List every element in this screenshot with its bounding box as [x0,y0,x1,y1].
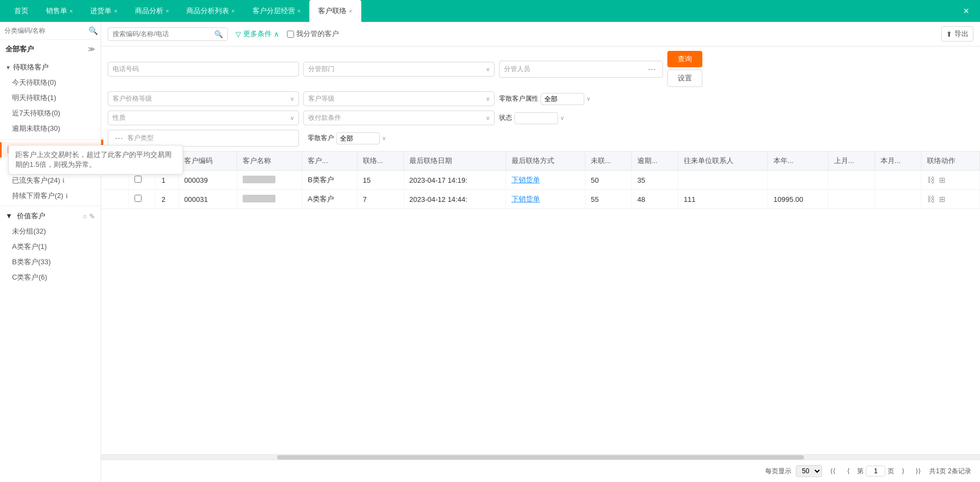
nav-customer-layer-close[interactable]: × [297,8,301,14]
customer-level-filter[interactable]: 客户等级 ∨ [303,91,495,106]
page-end-label: 页 [888,467,894,476]
horizontal-scroll-thumb[interactable] [277,455,805,460]
sidebar: 🔍 全部客户 ≫ ▼ 待联络客户 今天待联络(0) 明天待联络(1) 近7天待联… [0,22,101,482]
row2-check[interactable] [134,195,142,202]
sidebar-collapse-icon[interactable]: ≫ [88,45,95,53]
col-level: 客户... [302,152,357,171]
manager-more-icon[interactable]: ··· [645,63,658,75]
nav-customer-contact[interactable]: 客户联络 × [309,0,361,22]
window-close-button[interactable]: × [958,5,975,17]
row1-overdue: 35 [631,171,678,190]
row1-action-icons: ⛓ ⊞ [927,176,974,184]
row1-link-icon[interactable]: ⛓ [927,176,935,184]
nav-product-list-label: 商品分析列表 [186,6,229,16]
search-input[interactable] [113,30,212,38]
sidebar-search-icon[interactable]: 🔍 [89,26,98,35]
page-prev-btn[interactable]: ⟨ [842,464,855,478]
nav-product-list-close[interactable]: × [231,8,234,14]
col-last-contact-method: 最后联络方式 [506,152,585,171]
sidebar-item-overdue[interactable]: 逾期未联络(30) [0,121,101,136]
search-icon[interactable]: 🔍 [214,30,223,38]
row1-check[interactable] [134,176,142,183]
row2-last-method[interactable]: 下销货单 [506,190,585,209]
sidebar-item-today[interactable]: 今天待联络(0) [0,75,101,90]
table-row: 1 000039 B类客户 15 [101,171,980,190]
export-button[interactable]: ⬆ 导出 [941,26,973,42]
query-button[interactable]: 查询 [667,51,702,67]
dept-arrow-icon: ∨ [486,66,490,72]
nav-purchase-close[interactable]: × [114,8,117,14]
nav-sales[interactable]: 销售单 × [37,0,81,22]
row2-name-blurred [243,195,275,202]
nav-customer-contact-close[interactable]: × [349,8,352,14]
col-this-year: 本年... [768,152,828,171]
payment-arrow-icon: ∨ [486,115,490,121]
status-select[interactable] [514,112,558,124]
horizontal-scroll-track[interactable] [101,454,980,460]
row2-link-icon[interactable]: ⛓ [927,195,935,204]
row2-this-month [875,190,921,209]
phone-filter[interactable]: 电话号码 [108,62,299,77]
more-conditions-btn[interactable]: ▽ 更多条件 ∧ [232,29,283,39]
gender-filter[interactable]: 性质 ∨ [108,111,299,125]
retail-customer-select[interactable]: 全部 [336,132,380,144]
row2-contact-icon[interactable]: ⊞ [939,195,946,204]
sidebar-item-7days[interactable]: 近7天待联络(0) [0,106,101,121]
page-next-btn[interactable]: ⟩ [896,464,909,478]
search-wrap: 🔍 [108,27,228,41]
page-first-btn[interactable]: ⟨⟨ [826,464,840,478]
sidebar-all-customers-header[interactable]: 全部客户 ≫ [0,40,101,59]
filter-bar-top: 🔍 ▽ 更多条件 ∧ 我分管的客户 ⬆ 导出 [101,22,980,47]
sidebar-item-unclassified[interactable]: 未分组(32) [0,224,101,239]
sidebar-pending-group-header[interactable]: ▼ 待联络客户 [0,60,101,75]
col-this-month: 本月... [875,152,921,171]
nav-product-analysis-close[interactable]: × [166,8,169,14]
my-customers-check[interactable] [287,31,294,38]
pending-arrow-icon: ▼ [5,65,11,71]
manager-filter[interactable]: 分管人员 ··· [499,61,663,78]
row1-code[interactable]: 000039 [178,171,237,190]
nav-sales-close[interactable]: × [69,8,73,14]
row1-level: B类客户 [302,171,357,190]
sidebar-item-declining[interactable]: 持续下滑客户(2) ℹ [0,188,101,204]
row1-last-method[interactable]: 下销货单 [506,171,585,190]
filter-icon: ▽ [236,30,241,38]
nav-purchase[interactable]: 进货单 × [81,0,126,22]
sidebar-item-class-a[interactable]: A类客户(1) [0,239,101,254]
page-input[interactable] [866,466,885,477]
col-not-contacted: 未联... [585,152,632,171]
sidebar-value-group-header[interactable]: ▼ 价值客户 ○ ✎ [0,208,101,224]
value-group-edit-icon[interactable]: ○ [83,212,87,220]
declining-info-icon[interactable]: ℹ [66,193,68,200]
payment-filter[interactable]: 收付款条件 ∨ [303,111,495,125]
dept-filter[interactable]: 分管部门 ∨ [303,62,495,77]
row4-more-icon[interactable]: ··· [113,132,125,144]
sidebar-item-class-c[interactable]: C类客户(6) [0,270,101,285]
lost-info-icon[interactable]: ℹ [62,177,64,184]
nav-product-analysis[interactable]: 商品分析 × [126,0,178,22]
col-action: 联络动作 [921,152,979,171]
sidebar-item-lost-customers[interactable]: 已流失客户(24) ℹ [0,173,101,188]
retail-attr-select[interactable]: 全部 [541,93,584,105]
row2-code[interactable]: 000031 [178,190,237,209]
row2-checkbox[interactable] [128,190,156,209]
page-last-btn[interactable]: ⟩⟩ [912,464,925,478]
sidebar-search-input[interactable] [4,27,86,34]
nav-customer-layer[interactable]: 客户分层经营 × [244,0,309,22]
settings-button[interactable]: 设置 [667,69,702,87]
nav-product-list[interactable]: 商品分析列表 × [178,0,243,22]
sidebar-item-class-b[interactable]: B类客户(33) [0,254,101,270]
my-customers-checkbox[interactable]: 我分管的客户 [287,29,339,39]
customer-type-filter[interactable]: ··· 客户类型 [108,130,299,147]
col-code: 客户编码 [178,152,237,171]
nav-home[interactable]: 首页 [5,0,37,22]
sidebar-item-tomorrow[interactable]: 明天待联络(1) [0,90,101,106]
content-area: 🔍 ▽ 更多条件 ∧ 我分管的客户 ⬆ 导出 电话号码 [101,22,980,482]
retail-attr-filter: 零散客户属性 全部 ∨ [499,93,772,105]
per-page-select[interactable]: 50 [796,465,822,477]
col-contact: 联络... [357,152,403,171]
row1-contact-icon[interactable]: ⊞ [939,176,946,184]
value-group-add-icon[interactable]: ✎ [89,212,95,220]
price-level-filter[interactable]: 客户价格等级 ∨ [108,91,299,106]
row2-action: ⛓ ⊞ [921,190,979,209]
